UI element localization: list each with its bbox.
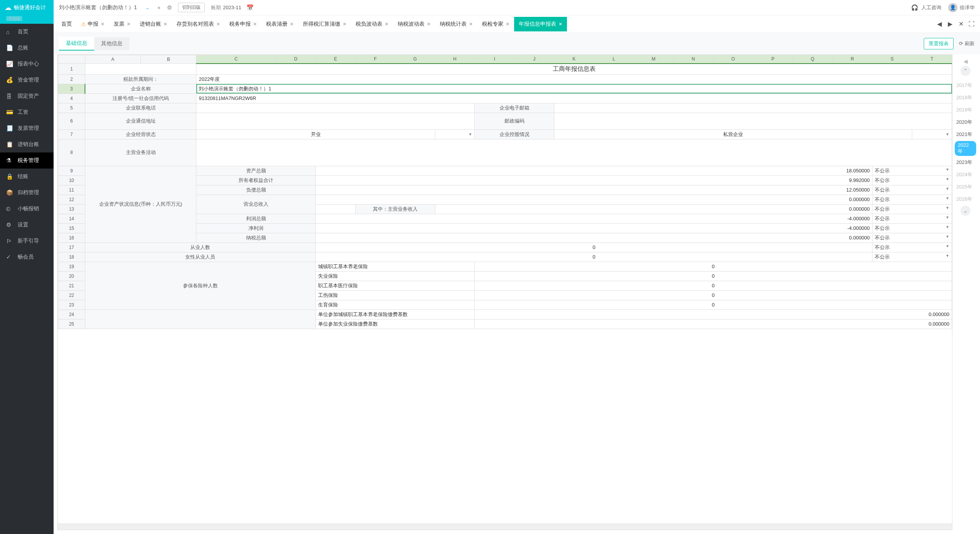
row-header[interactable]: 18 <box>58 252 85 262</box>
row-header[interactable]: 5 <box>58 103 85 113</box>
close-icon[interactable]: ✕ <box>506 21 510 27</box>
row-header[interactable]: 19 <box>58 262 85 271</box>
support-link[interactable]: 人工咨询 <box>921 4 941 11</box>
close-icon[interactable]: ✕ <box>385 21 389 27</box>
period-value[interactable]: 2023-11 <box>223 5 242 10</box>
close-icon[interactable]: ✕ <box>427 21 431 27</box>
field-value[interactable] <box>196 103 475 113</box>
close-icon[interactable]: ✕ <box>290 21 294 27</box>
field-value[interactable]: 城镇职工基本养老保险 <box>316 262 475 271</box>
tab-6[interactable]: 税表清册✕ <box>261 17 298 31</box>
col-header[interactable]: O <box>713 55 753 64</box>
nav-item-4[interactable]: 🗄固定资产 <box>0 88 54 104</box>
col-header[interactable]: I <box>475 55 514 64</box>
username[interactable]: 徐泽华 <box>960 4 975 11</box>
publish-dropdown[interactable]: 不公示▼ <box>872 175 952 185</box>
col-header[interactable]: B <box>141 55 196 64</box>
tab-3[interactable]: 进销台账✕ <box>135 17 172 31</box>
row-header[interactable]: 12 <box>58 195 85 204</box>
field-value[interactable]: 0 <box>475 281 952 290</box>
year-2026年[interactable]: 2026年 <box>955 193 976 205</box>
nav-item-14[interactable]: ✓畅会员 <box>0 249 54 265</box>
nav-item-8[interactable]: ⚗税务管理 <box>0 152 54 169</box>
row-header[interactable]: 25 <box>58 319 85 329</box>
gear-icon[interactable]: ⚙ <box>167 4 172 11</box>
plus-icon[interactable]: + <box>157 4 161 11</box>
field-value[interactable] <box>554 113 952 129</box>
holding-value[interactable]: 私营企业 <box>554 129 912 139</box>
row-header[interactable]: 4 <box>58 93 85 103</box>
publish-dropdown[interactable]: 不公示▼ <box>872 166 952 175</box>
row-header[interactable]: 7 <box>58 129 85 139</box>
row-header[interactable]: 21 <box>58 281 85 290</box>
field-value[interactable]: 工伤保险 <box>316 290 475 300</box>
publish-dropdown[interactable]: 不公示▼ <box>872 242 952 252</box>
col-header[interactable]: P <box>753 55 793 64</box>
refresh-button[interactable]: ⟳ 刷新 <box>959 40 975 47</box>
nav-item-10[interactable]: 📦归档管理 <box>0 185 54 201</box>
field-value[interactable]: 0.000000 <box>475 310 952 319</box>
field-value[interactable]: -4.000000 <box>316 214 872 223</box>
col-header[interactable]: D <box>276 55 316 64</box>
row-header[interactable]: 11 <box>58 185 85 195</box>
company-name-cell[interactable]: 刘小艳演示账套（勿删勿动！）1 <box>196 84 952 93</box>
nav-item-11[interactable]: ©小畅报销 <box>0 201 54 217</box>
inner-tab-other[interactable]: 其他信息 <box>94 37 129 50</box>
tab-close-all-icon[interactable]: ✕ <box>956 20 966 28</box>
fullscreen-icon[interactable]: ⛶ <box>966 21 977 28</box>
field-value[interactable] <box>85 64 196 75</box>
row-header[interactable]: 16 <box>58 233 85 242</box>
nav-item-0[interactable]: ⌂首页 <box>0 24 54 40</box>
calendar-icon[interactable]: 📅 <box>247 4 254 11</box>
field-value[interactable]: 生育保险 <box>316 300 475 310</box>
close-icon[interactable]: ✕ <box>101 21 105 27</box>
publish-dropdown[interactable]: 不公示▼ <box>872 195 952 204</box>
row-header[interactable]: 17 <box>58 242 85 252</box>
field-value[interactable]: 0.000000 <box>435 204 872 214</box>
col-header[interactable]: L <box>594 55 634 64</box>
col-header[interactable]: H <box>435 55 475 64</box>
horizontal-scrollbar[interactable] <box>58 524 952 530</box>
tab-1[interactable]: ⚠申报✕ <box>77 17 109 31</box>
switch-old-button[interactable]: 切到旧版 <box>178 3 205 12</box>
nav-item-7[interactable]: 📋进销台账 <box>0 136 54 152</box>
nav-item-2[interactable]: 📈报表中心 <box>0 56 54 72</box>
reset-button[interactable]: 重置报表 <box>924 38 954 49</box>
row-header[interactable]: 20 <box>58 271 85 281</box>
publish-dropdown[interactable]: 不公示▼ <box>872 204 952 214</box>
field-value[interactable] <box>196 113 475 129</box>
nav-item-12[interactable]: ⚙设置 <box>0 217 54 233</box>
close-icon[interactable]: ✕ <box>127 21 131 27</box>
scroll-down-icon[interactable]: ⌄ <box>960 206 970 216</box>
nav-item-9[interactable]: 🔒结账 <box>0 169 54 185</box>
close-icon[interactable]: ✕ <box>253 21 257 27</box>
row-header[interactable]: 13 <box>58 204 85 214</box>
field-value[interactable]: 0 <box>475 262 952 271</box>
spreadsheet[interactable]: ABCDEFGHIJKLMNOPQRST1工商年报信息表2税款所属期间：2022… <box>57 54 952 530</box>
scroll-up-icon[interactable]: ⌃ <box>960 66 970 76</box>
field-value[interactable]: 失业保险 <box>316 271 475 281</box>
col-header[interactable]: T <box>912 55 952 64</box>
col-header[interactable]: E <box>316 55 356 64</box>
year-2019年[interactable]: 2019年 <box>955 104 976 116</box>
row-header[interactable]: 1 <box>58 64 85 75</box>
field-value[interactable]: 12.050000 <box>316 185 872 195</box>
col-header[interactable]: F <box>355 55 395 64</box>
close-icon[interactable]: ✕ <box>163 21 167 27</box>
field-value[interactable]: 2022年度 <box>196 74 952 84</box>
collapse-left-icon[interactable]: ◀ <box>964 58 968 64</box>
row-header[interactable]: 2 <box>58 74 85 84</box>
headset-icon[interactable]: 🎧 <box>911 4 918 11</box>
nav-item-1[interactable]: 📄总账 <box>0 40 54 56</box>
col-header[interactable]: K <box>554 55 594 64</box>
nav-item-6[interactable]: 🧾发票管理 <box>0 120 54 136</box>
account-selector[interactable]: 刘小艳演示账套（勿删勿动！）1 <box>59 4 137 11</box>
year-2023年[interactable]: 2023年 <box>955 157 976 168</box>
row-header[interactable]: 23 <box>58 300 85 310</box>
chevron-down-icon[interactable]: ⌄ <box>145 5 150 10</box>
field-value[interactable]: 0.000000 <box>316 195 872 204</box>
field-value[interactable]: 91320811MA7NGR2W6R <box>196 93 952 103</box>
tab-4[interactable]: 存货别名对照表✕ <box>172 17 225 31</box>
tab-10[interactable]: 纳税统计表✕ <box>435 17 477 31</box>
tab-7[interactable]: 所得税汇算清缴✕ <box>298 17 351 31</box>
